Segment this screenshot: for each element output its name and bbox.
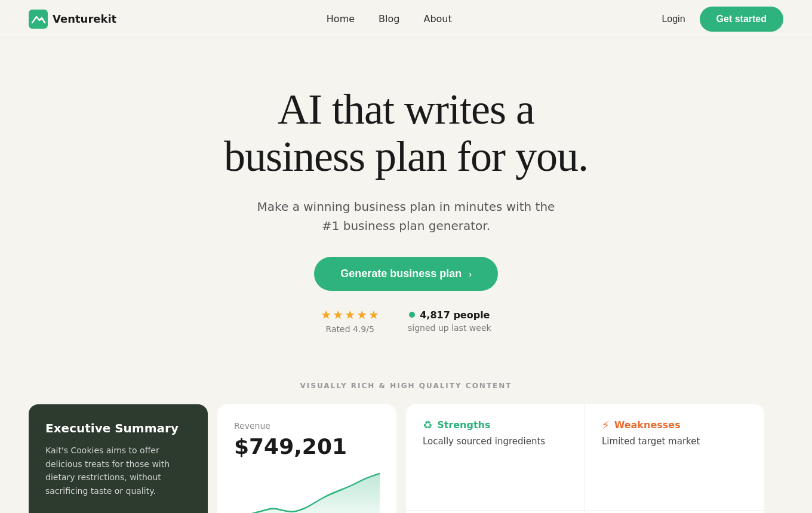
strengths-text: Locally sourced ingredients — [423, 436, 568, 447]
star-2: ★ — [333, 308, 343, 322]
hero-title: AI that writes a business plan for you. — [224, 86, 588, 180]
star-5: ★ — [368, 308, 379, 322]
strengths-icon: ♻ — [423, 419, 432, 431]
logo-text: Venturekit — [53, 13, 116, 25]
get-started-button[interactable]: Get started — [700, 7, 783, 32]
cards-container: Executive Summary Kait's Cookies aims to… — [0, 404, 812, 513]
strengths-heading: ♻ Strengths — [423, 419, 568, 431]
weaknesses-icon: ⚡ — [602, 419, 610, 431]
hero-subtitle: Make a winning business plan in minutes … — [257, 197, 555, 235]
exec-text: Kait's Cookies aims to offer delicious t… — [45, 444, 191, 497]
signups-count: 4,817 people — [420, 309, 490, 321]
logo-link[interactable]: Venturekit — [29, 10, 116, 29]
exec-title: Executive Summary — [45, 421, 191, 435]
exec-summary-card: Executive Summary Kait's Cookies aims to… — [29, 404, 208, 513]
hero-section: AI that writes a business plan for you. … — [0, 38, 812, 370]
weaknesses-text: Limited target market — [602, 436, 748, 447]
swot-threats: 🔥 Threats Rising ingredient costs — [585, 511, 764, 513]
revenue-label: Revenue — [234, 421, 380, 431]
revenue-card: Revenue $749,201 — [217, 404, 396, 513]
nav-home[interactable]: Home — [327, 13, 355, 24]
generate-plan-button[interactable]: Generate business plan › — [314, 257, 498, 291]
chevron-right-icon: › — [469, 269, 472, 279]
revenue-chart — [234, 471, 380, 513]
nav-blog[interactable]: Blog — [379, 13, 399, 24]
star-3: ★ — [345, 308, 355, 322]
swot-weaknesses: ⚡ Weaknesses Limited target market — [585, 404, 764, 511]
nav-actions: Login Get started — [662, 7, 783, 32]
nav-about[interactable]: About — [423, 13, 451, 24]
signups-row: 4,817 people — [409, 309, 490, 321]
section-label: VISUALLY RICH & HIGH QUALITY CONTENT — [0, 382, 812, 390]
navbar: Venturekit Home Blog About Login Get sta… — [0, 0, 812, 38]
swot-strengths: ♻ Strengths Locally sourced ingredients — [406, 404, 585, 511]
social-proof: ★ ★ ★ ★ ★ Rated 4.9/5 4,817 people signe… — [321, 308, 491, 334]
active-indicator — [409, 312, 415, 318]
logo-icon — [29, 10, 48, 29]
swot-opportunities: 🌱 Opportunities Special events and cater… — [406, 511, 585, 513]
star-1: ★ — [321, 308, 331, 322]
revenue-amount: $749,201 — [234, 434, 380, 459]
signups-section: 4,817 people signed up last week — [408, 309, 491, 333]
nav-links: Home Blog About — [327, 13, 452, 24]
star-4: ★ — [356, 308, 367, 322]
login-button[interactable]: Login — [662, 14, 685, 24]
swot-card: ♻ Strengths Locally sourced ingredients … — [406, 404, 764, 513]
signups-label: signed up last week — [408, 323, 491, 333]
rating-section: ★ ★ ★ ★ ★ Rated 4.9/5 — [321, 308, 379, 334]
rated-text: Rated 4.9/5 — [326, 324, 374, 334]
stars: ★ ★ ★ ★ ★ — [321, 308, 379, 322]
weaknesses-heading: ⚡ Weaknesses — [602, 419, 748, 431]
